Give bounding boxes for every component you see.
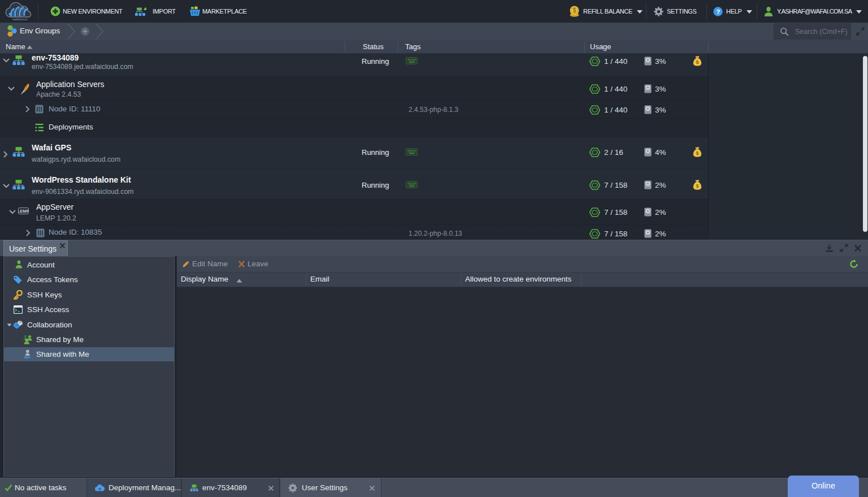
svg-text:$: $ (573, 7, 576, 14)
svg-text:?: ? (716, 8, 720, 15)
svg-text:wafaicloud: wafaicloud (12, 18, 27, 21)
